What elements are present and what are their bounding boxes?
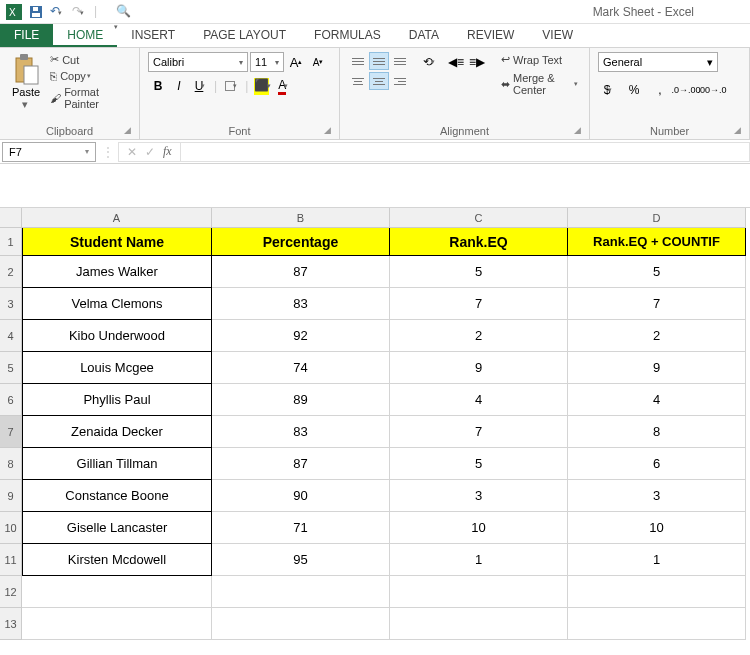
cell[interactable]: 9: [568, 352, 746, 384]
row-header[interactable]: 10: [0, 512, 22, 544]
tab-view[interactable]: VIEW: [528, 24, 587, 47]
cell[interactable]: 71: [212, 512, 390, 544]
cell[interactable]: 3: [390, 480, 568, 512]
decrease-font-icon[interactable]: A▾: [308, 52, 328, 72]
cell[interactable]: 87: [212, 448, 390, 480]
formula-input[interactable]: [181, 142, 750, 162]
save-icon[interactable]: [28, 4, 44, 20]
tab-review[interactable]: REVIEW: [453, 24, 528, 47]
cell[interactable]: Giselle Lancaster: [22, 512, 212, 544]
dialog-launcher-icon[interactable]: ◢: [324, 125, 331, 135]
font-name-combo[interactable]: Calibri▾: [148, 52, 248, 72]
cell[interactable]: 8: [568, 416, 746, 448]
col-header[interactable]: D: [568, 208, 746, 228]
dialog-launcher-icon[interactable]: ◢: [734, 125, 741, 135]
tab-data[interactable]: DATA: [395, 24, 453, 47]
cell[interactable]: 7: [568, 288, 746, 320]
col-header[interactable]: B: [212, 208, 390, 228]
cell[interactable]: 5: [390, 256, 568, 288]
cell[interactable]: 1: [568, 544, 746, 576]
wrap-text-button[interactable]: ↩Wrap Text: [498, 52, 581, 67]
row-header[interactable]: 7: [0, 416, 22, 448]
borders-button[interactable]: ▾: [221, 76, 241, 96]
cell[interactable]: Kibo Underwood: [22, 320, 212, 352]
align-left-button[interactable]: [348, 72, 368, 90]
tab-file[interactable]: FILE: [0, 24, 53, 47]
increase-font-icon[interactable]: A▴: [286, 52, 306, 72]
align-right-button[interactable]: [390, 72, 410, 90]
cell[interactable]: 90: [212, 480, 390, 512]
cell[interactable]: Kirsten Mcdowell: [22, 544, 212, 576]
row-header[interactable]: 5: [0, 352, 22, 384]
name-box[interactable]: F7▾: [2, 142, 96, 162]
currency-button[interactable]: $▾: [598, 80, 618, 100]
percent-button[interactable]: %: [624, 80, 644, 100]
tab-home[interactable]: HOME: [53, 24, 117, 47]
cell[interactable]: Velma Clemons: [22, 288, 212, 320]
dialog-launcher-icon[interactable]: ◢: [124, 125, 131, 135]
print-preview-icon[interactable]: 🔍▾: [116, 4, 132, 20]
underline-button[interactable]: U▾: [190, 76, 210, 96]
fx-icon[interactable]: fx: [163, 144, 172, 159]
redo-icon[interactable]: ↷▾: [72, 4, 88, 20]
align-bottom-button[interactable]: [390, 52, 410, 70]
format-painter-button[interactable]: 🖌Format Painter: [47, 85, 131, 111]
cell[interactable]: 5: [390, 448, 568, 480]
paste-button[interactable]: Paste ▾: [8, 52, 44, 113]
row-header[interactable]: 6: [0, 384, 22, 416]
header-cell[interactable]: Rank.EQ + COUNTIF: [568, 228, 746, 256]
italic-button[interactable]: I: [169, 76, 189, 96]
dialog-launcher-icon[interactable]: ◢: [574, 125, 581, 135]
select-all-corner[interactable]: [0, 208, 22, 228]
align-middle-button[interactable]: [369, 52, 389, 70]
tab-insert[interactable]: INSERT: [117, 24, 189, 47]
row-header[interactable]: 8: [0, 448, 22, 480]
cell[interactable]: 3: [568, 480, 746, 512]
number-format-combo[interactable]: General▾: [598, 52, 718, 72]
header-cell[interactable]: Rank.EQ: [390, 228, 568, 256]
tab-pagelayout[interactable]: PAGE LAYOUT: [189, 24, 300, 47]
cell[interactable]: Louis Mcgee: [22, 352, 212, 384]
cell[interactable]: 95: [212, 544, 390, 576]
cell[interactable]: Zenaida Decker: [22, 416, 212, 448]
cell[interactable]: 1: [390, 544, 568, 576]
orientation-button[interactable]: ⟲▾: [419, 52, 439, 72]
tab-formulas[interactable]: FORMULAS: [300, 24, 395, 47]
cell[interactable]: 5: [568, 256, 746, 288]
cell[interactable]: 87: [212, 256, 390, 288]
row-header[interactable]: 4: [0, 320, 22, 352]
cell[interactable]: Gillian Tillman: [22, 448, 212, 480]
cell[interactable]: 89: [212, 384, 390, 416]
font-size-combo[interactable]: 11▾: [250, 52, 284, 72]
cell[interactable]: 74: [212, 352, 390, 384]
cancel-icon[interactable]: ✕: [127, 145, 137, 159]
cell[interactable]: 10: [568, 512, 746, 544]
bold-button[interactable]: B: [148, 76, 168, 96]
fill-color-button[interactable]: ⬛▾: [252, 76, 272, 96]
row-header[interactable]: 13: [0, 608, 22, 640]
comma-button[interactable]: ,: [650, 80, 670, 100]
cell[interactable]: 83: [212, 416, 390, 448]
cell[interactable]: 2: [390, 320, 568, 352]
cell[interactable]: Constance Boone: [22, 480, 212, 512]
col-header[interactable]: C: [390, 208, 568, 228]
undo-icon[interactable]: ↶▾: [50, 4, 66, 20]
cell[interactable]: 10: [390, 512, 568, 544]
decrease-decimal-button[interactable]: .00→.0: [702, 80, 722, 100]
row-header[interactable]: 3: [0, 288, 22, 320]
row-header[interactable]: 2: [0, 256, 22, 288]
font-color-button[interactable]: A▾: [273, 76, 293, 96]
cell[interactable]: 7: [390, 288, 568, 320]
cell[interactable]: 4: [390, 384, 568, 416]
cell[interactable]: 92: [212, 320, 390, 352]
col-header[interactable]: A: [22, 208, 212, 228]
cell[interactable]: Phyllis Paul: [22, 384, 212, 416]
merge-center-button[interactable]: ⬌Merge & Center▾: [498, 71, 581, 97]
enter-icon[interactable]: ✓: [145, 145, 155, 159]
cell[interactable]: 83: [212, 288, 390, 320]
header-cell[interactable]: Student Name: [22, 228, 212, 256]
cell[interactable]: 4: [568, 384, 746, 416]
copy-button[interactable]: ⎘Copy▾: [47, 69, 131, 83]
align-top-button[interactable]: [348, 52, 368, 70]
align-center-button[interactable]: [369, 72, 389, 90]
